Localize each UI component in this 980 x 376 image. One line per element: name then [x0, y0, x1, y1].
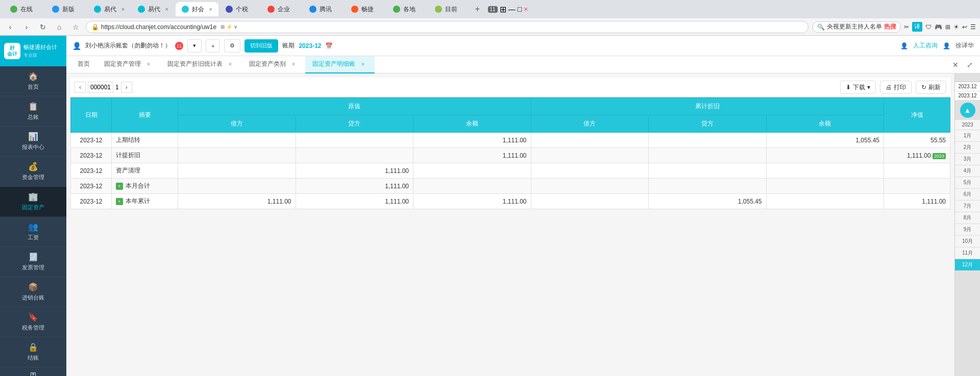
top-bar: 👤 刘小艳演示账套（勿删勿动！） 11 ▾ + ⚙ 切到旧版 账期 2023-1…	[66, 36, 980, 56]
tools-icon-game[interactable]: 🎮	[935, 23, 942, 31]
period-selector-toggle[interactable]: 期间选择	[955, 73, 980, 82]
period-month-7[interactable]: 7月	[955, 200, 980, 212]
tab-close-5[interactable]: ×	[209, 7, 212, 12]
browser-tab-3[interactable]: 易代 ×	[88, 2, 131, 16]
tab-list-icon[interactable]: ⊞	[500, 5, 506, 14]
support-label[interactable]: 人工咨询	[913, 41, 938, 50]
tab-favicon-1	[10, 6, 17, 13]
switch-version-button[interactable]: 切到旧版	[244, 39, 278, 53]
cell-accum-balance-2	[766, 148, 884, 163]
period-start-date: 2023.12	[955, 82, 980, 91]
sidebar-item-home[interactable]: 🏠 首页	[0, 66, 66, 96]
scroll-up-button[interactable]: ▲	[960, 103, 975, 118]
browser-tab-1[interactable]: 在线	[4, 2, 45, 16]
sidebar-item-inventory[interactable]: 📦 进销台账	[0, 277, 66, 307]
tab-close-4[interactable]: ×	[165, 7, 168, 12]
print-button[interactable]: 🖨 打印	[880, 81, 912, 94]
period-month-1[interactable]: 1月	[955, 130, 980, 142]
archive-icon: 🗄	[29, 372, 37, 376]
refresh-icon: ↻	[921, 84, 926, 91]
sidebar-item-fixed-assets[interactable]: 🏢 固定资产	[0, 187, 66, 217]
tools-icon-scissors[interactable]: ✂	[904, 23, 909, 31]
expand-button[interactable]: ⤢	[964, 59, 976, 71]
tools-icon-translate[interactable]: 译	[912, 22, 922, 32]
period-month-12[interactable]: 12月	[955, 259, 980, 271]
sidebar-label-inventory: 进销台账	[22, 294, 44, 302]
close-all-tabs-button[interactable]: ✕	[949, 59, 962, 71]
period-month-2[interactable]: 2月	[955, 142, 980, 154]
cell-accum-debit-3	[531, 163, 649, 179]
tools-icon-menu[interactable]: ☰	[970, 23, 976, 31]
sidebar-item-funds[interactable]: 💰 资金管理	[0, 157, 66, 187]
prev-page-button[interactable]: ‹	[75, 82, 86, 93]
tab-fixed-assets-mgmt[interactable]: 固定资产管理 ×	[97, 56, 160, 73]
period-month-5[interactable]: 5月	[955, 177, 980, 189]
restore-icon[interactable]: □	[518, 5, 522, 13]
sidebar-item-reports[interactable]: 📊 报表中心	[0, 127, 66, 157]
tools-icon-undo[interactable]: ↩	[962, 23, 967, 31]
browser-tools: ⊞ ⚡ ∨	[220, 24, 237, 30]
sidebar-item-closing[interactable]: 🔒 结账	[0, 337, 66, 367]
add-account-button[interactable]: +	[206, 39, 220, 53]
minimize-icon[interactable]: —	[508, 5, 516, 13]
home-button[interactable]: ⌂	[53, 21, 65, 33]
browser-tab-7[interactable]: 企业	[261, 2, 302, 16]
address-bar[interactable]: 🔒 https://cloud.chanjet.com/accounting/u…	[86, 21, 808, 33]
browser-tab-5[interactable]: 好会 ×	[176, 2, 218, 16]
address-text: https://cloud.chanjet.com/accounting/uw1…	[101, 23, 216, 31]
sidebar-item-archive[interactable]: 🗄 归档管理	[0, 367, 66, 376]
cell-orig-debit-2	[178, 148, 296, 163]
browser-tab-8[interactable]: 腾讯	[303, 2, 344, 16]
browser-tab-10[interactable]: 各地	[387, 2, 428, 16]
sidebar-item-tax[interactable]: 🔖 税务管理	[0, 307, 66, 337]
back-button[interactable]: ‹	[4, 21, 16, 33]
sidebar-item-invoice[interactable]: 🧾 发票管理	[0, 247, 66, 277]
period-month-3[interactable]: 3月	[955, 154, 980, 165]
refresh-button[interactable]: ↻ 刷新	[916, 81, 946, 94]
period-month-8[interactable]: 8月	[955, 212, 980, 224]
settings-button[interactable]: ⚙	[224, 39, 240, 53]
browser-tab-6[interactable]: 个税	[219, 2, 260, 16]
dropdown-button[interactable]: ▾	[187, 39, 202, 53]
company-name: 刘小艳演示账套（勿删勿动！）	[85, 41, 171, 50]
tools-icon-brightness[interactable]: ☀	[953, 23, 959, 31]
tab-close-asset-ledger[interactable]: ×	[358, 60, 368, 69]
page-input[interactable]	[88, 82, 113, 93]
sidebar-item-ledger[interactable]: 📋 总账	[0, 96, 66, 127]
period-month-9[interactable]: 9月	[955, 224, 980, 236]
calendar-icon[interactable]: 📅	[325, 42, 333, 49]
tab-close-depreciation-stats[interactable]: ×	[226, 60, 235, 69]
period-month-4[interactable]: 4月	[955, 165, 980, 177]
sidebar-item-payroll[interactable]: 👥 工资	[0, 217, 66, 247]
cell-orig-credit-1	[296, 133, 413, 148]
refresh-button[interactable]: ↻	[37, 21, 49, 33]
tab-close-fixed-assets-mgmt[interactable]: ×	[144, 60, 153, 69]
forward-button[interactable]: ›	[20, 21, 33, 33]
download-button[interactable]: ⬇ 下载 ▾	[840, 81, 876, 94]
browser-tab-4[interactable]: 易代 ×	[132, 2, 175, 16]
tab-close-asset-category[interactable]: ×	[289, 60, 298, 69]
period-year-2023[interactable]: 2023	[955, 120, 980, 130]
tab-asset-ledger[interactable]: 固定资产明细账 ×	[305, 56, 375, 73]
tools-icon-shield[interactable]: 🛡	[925, 23, 932, 31]
tools-icon-grid[interactable]: ⊞	[945, 23, 950, 31]
browser-tab-11[interactable]: 目前	[429, 2, 470, 16]
tab-label-5: 好会	[192, 5, 204, 14]
search-box[interactable]: 🔍 央视更新主持人名单 热搜	[813, 21, 901, 33]
next-page-button[interactable]: ›	[121, 82, 132, 93]
browser-tab-2[interactable]: 新版	[46, 2, 87, 16]
tab-depreciation-stats[interactable]: 固定资产折旧统计表 ×	[160, 56, 242, 73]
tab-label-1: 在线	[20, 5, 33, 14]
period-month-10[interactable]: 10月	[955, 236, 980, 247]
bookmark-button[interactable]: ☆	[69, 21, 82, 33]
period-month-11[interactable]: 11月	[955, 247, 980, 259]
period-month-6[interactable]: 6月	[955, 189, 980, 200]
tab-close-3[interactable]: ×	[121, 7, 125, 12]
tab-asset-category[interactable]: 固定资产类别 ×	[242, 56, 305, 73]
close-window-icon[interactable]: ×	[524, 5, 528, 13]
tab-home[interactable]: 首页	[70, 56, 97, 73]
new-tab-button[interactable]: +	[471, 2, 485, 16]
tab-favicon-8	[309, 6, 316, 13]
browser-tab-9[interactable]: 畅捷	[345, 2, 386, 16]
ledger-icon: 📋	[28, 102, 38, 111]
